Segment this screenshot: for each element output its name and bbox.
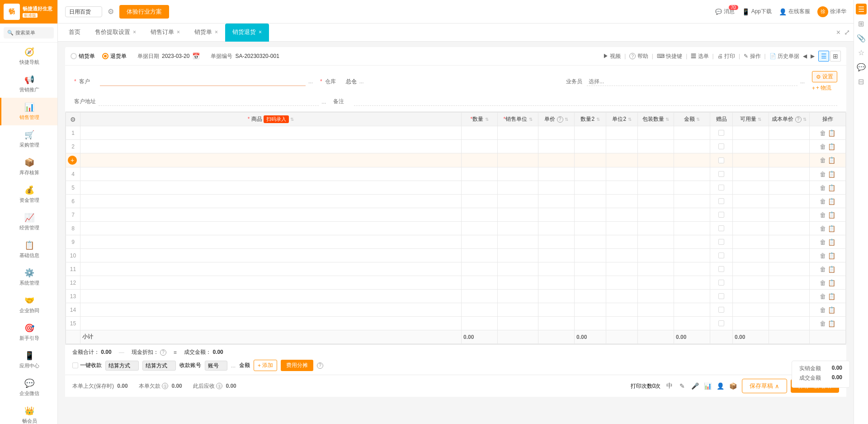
tool-icon-6[interactable]: 📦: [727, 381, 738, 391]
sidebar-item-quick-nav[interactable]: 🧭 快捷导航: [0, 43, 57, 70]
video-action[interactable]: ▶ 视频: [603, 52, 621, 60]
delete-row-btn[interactable]: 🗑: [820, 184, 826, 191]
remarks-input[interactable]: [354, 97, 837, 106]
sidebar-item-member[interactable]: 👑 畅会员: [0, 401, 57, 424]
tab-close-all-btn[interactable]: ×: [836, 28, 840, 37]
sort-pkg-icon[interactable]: ⇅: [665, 117, 669, 122]
add-payment-btn[interactable]: + 添加: [254, 360, 277, 371]
history-nav-prev[interactable]: ◀: [803, 53, 807, 59]
delete-row-btn[interactable]: 🗑: [820, 306, 826, 314]
save-draft-btn[interactable]: 保存草稿 ∧: [742, 379, 787, 393]
tab-sales-return[interactable]: 销货退货 ×: [225, 24, 269, 42]
delete-row-btn[interactable]: 🗑: [820, 320, 826, 327]
sort-available-icon[interactable]: ⇅: [758, 117, 761, 122]
product-input-active[interactable]: [82, 157, 459, 163]
copy-row-btn[interactable]: 📋: [828, 143, 835, 150]
right-icon-grid[interactable]: ⊞: [856, 18, 867, 29]
logistics-btn[interactable]: + + 物流: [812, 84, 837, 92]
tool-icon-3[interactable]: 🎤: [689, 381, 700, 391]
delete-row-btn[interactable]: 🗑: [820, 129, 826, 137]
app-download-btn[interactable]: 📱 App下载: [742, 8, 772, 15]
delete-row-btn[interactable]: 🗑: [820, 143, 826, 150]
copy-row-btn[interactable]: 📋: [828, 171, 835, 178]
right-icon-chat[interactable]: 💬: [856, 62, 867, 72]
tab-sales-return-close[interactable]: ×: [259, 29, 262, 35]
copy-row-btn[interactable]: 📋: [828, 266, 835, 273]
settle-method-select[interactable]: 结算方式: [105, 361, 139, 371]
delete-row-btn[interactable]: 🗑: [820, 266, 826, 273]
split-btn[interactable]: 费用分摊: [281, 360, 313, 371]
delete-row-btn[interactable]: 🗑: [820, 293, 826, 300]
sort-qty2-icon[interactable]: ⇅: [596, 117, 600, 122]
sidebar-item-wechat-biz[interactable]: 💬 企业微信: [0, 374, 57, 401]
calendar-icon[interactable]: 📅: [192, 52, 200, 60]
select-bill-action[interactable]: ☰ 选单: [691, 52, 708, 60]
topbar-gear-icon[interactable]: ⚙: [108, 7, 114, 16]
experience-btn[interactable]: 体验行业方案: [119, 5, 169, 19]
sidebar-item-system[interactable]: ⚙️ 系统管理: [0, 263, 57, 291]
owe-help-icon[interactable]: ①: [162, 383, 168, 389]
copy-row-btn[interactable]: 📋: [828, 279, 835, 286]
grid-view-btn[interactable]: ⊞: [830, 51, 841, 62]
delete-row-btn[interactable]: 🗑: [820, 157, 826, 164]
unit-price-help-icon[interactable]: ?: [557, 116, 563, 123]
sort-qty-icon[interactable]: ⇅: [485, 117, 489, 122]
settings-btn[interactable]: ⚙ 设置: [812, 71, 837, 82]
right-icon-star[interactable]: ☆: [856, 47, 867, 58]
sort-unit-icon[interactable]: ⇅: [529, 117, 533, 122]
sidebar-item-finance[interactable]: 💰 资金管理: [0, 181, 57, 208]
copy-row-btn[interactable]: 📋: [828, 306, 835, 314]
history-action[interactable]: 📄 历史单据: [769, 52, 799, 60]
copy-row-btn[interactable]: 📋: [828, 238, 835, 246]
tab-price-settings-close[interactable]: ×: [133, 29, 136, 35]
right-icon-list[interactable]: ☰: [856, 4, 867, 14]
sort-cost-icon[interactable]: ⇅: [803, 117, 807, 122]
delete-row-btn[interactable]: 🗑: [820, 252, 826, 259]
search-menu-button[interactable]: 🔍 搜索菜单: [4, 27, 54, 38]
add-row-btn[interactable]: +: [68, 156, 77, 165]
online-service-btn[interactable]: 👤 在线客服: [779, 8, 810, 15]
sidebar-item-apps[interactable]: 📱 应用中心: [0, 346, 57, 374]
tab-maximize-btn[interactable]: ⤢: [844, 28, 850, 37]
tool-icon-1[interactable]: 中: [664, 381, 675, 391]
sidebar-item-operations[interactable]: 📈 经营管理: [0, 208, 57, 236]
shortcut-action[interactable]: ⌨ 快捷键: [657, 52, 682, 60]
right-icon-table[interactable]: ⊟: [856, 76, 867, 87]
copy-row-btn[interactable]: 📋: [828, 198, 835, 205]
operate-action[interactable]: ✎ 操作: [744, 52, 760, 60]
delete-row-btn[interactable]: 🗑: [820, 198, 826, 205]
copy-row-btn[interactable]: 📋: [828, 252, 835, 259]
print-action[interactable]: 🖨 打印: [717, 52, 735, 60]
tab-sales-delivery[interactable]: 销货单 ×: [187, 24, 225, 42]
tool-icon-5[interactable]: 👤: [715, 381, 726, 391]
industry-select[interactable]: 日用百货: [65, 6, 102, 17]
sidebar-item-inventory[interactable]: 📦 库存核算: [0, 153, 57, 181]
address-input[interactable]: [99, 97, 319, 106]
delete-row-btn[interactable]: 🗑: [820, 171, 826, 178]
sort-amount-icon[interactable]: ⇅: [696, 117, 700, 122]
salesman-input[interactable]: [587, 77, 797, 86]
history-nav-next[interactable]: ▶: [811, 53, 815, 59]
sort-product-icon[interactable]: ⇅: [290, 117, 294, 122]
calc-method-select[interactable]: 结算方式: [142, 361, 176, 371]
sidebar-item-guide[interactable]: 🎯 新手引导: [0, 319, 57, 346]
scan-btn[interactable]: 扫码录入: [264, 115, 289, 123]
radio-sales-bill[interactable]: 销货单: [71, 52, 95, 60]
salesman-picker-btn[interactable]: ...: [800, 78, 805, 85]
copy-row-btn[interactable]: 📋: [828, 184, 835, 191]
tool-icon-4[interactable]: 📊: [702, 381, 713, 391]
tab-sales-delivery-close[interactable]: ×: [215, 29, 218, 35]
copy-row-btn[interactable]: 📋: [828, 211, 835, 219]
message-btn[interactable]: 💬 消息 70: [715, 8, 735, 15]
copy-row-btn[interactable]: 📋: [828, 225, 835, 232]
copy-row-btn[interactable]: 📋: [828, 293, 835, 300]
copy-row-btn[interactable]: 📋: [828, 129, 835, 137]
sidebar-item-purchase[interactable]: 🛒 采购管理: [0, 125, 57, 153]
split-help-icon[interactable]: ?: [317, 362, 323, 369]
receivable-help-icon[interactable]: ①: [216, 383, 222, 389]
copy-row-btn[interactable]: 📋: [828, 320, 835, 327]
copy-row-btn[interactable]: 📋: [828, 157, 835, 164]
customer-input[interactable]: [100, 77, 306, 86]
delete-row-btn[interactable]: 🗑: [820, 279, 826, 286]
sidebar-item-enterprise[interactable]: 🤝 企业协同: [0, 291, 57, 319]
